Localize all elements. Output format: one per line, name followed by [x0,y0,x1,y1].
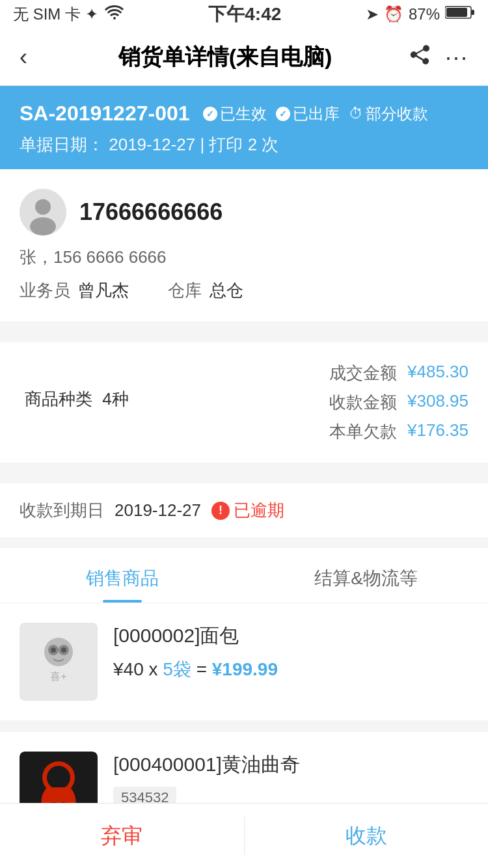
warehouse-meta: 仓库 总仓 [168,279,243,302]
order-id: SA-20191227-001 [20,102,190,126]
header-date-row: 单据日期： 2019-12-27 | 打印 2 次 [20,133,468,156]
battery-text: 87% [409,5,440,23]
date-value: 2019-12-27 [109,135,195,154]
summary-section: 商品种类 4种 成交金额 ¥485.30 收款金额 ¥308.95 本单欠款 ¥… [0,342,488,463]
date-label: 单据日期： [20,135,104,154]
product-name-2: [000400001]黄油曲奇 [113,752,468,778]
sales-label: 业务员 [20,279,70,302]
debt-label: 本单欠款 [329,420,397,443]
status-shipped-label: 已出库 [293,103,340,124]
debt-row: 本单欠款 ¥176.35 [329,420,468,443]
overdue-dot-icon: ! [211,502,230,520]
product-qty-1: 5袋 [163,659,191,679]
product-item: 喜+ [0000002]面包 ¥40 x 5袋 = ¥199.99 [0,603,488,720]
received-value: ¥308.95 [407,391,468,414]
status-shipped: 已出库 [276,103,340,124]
summary-left: 商品种类 4种 [20,362,129,443]
status-bar-left: 无 SIM 卡 ✦ [13,4,124,25]
summary-right: 成交金额 ¥485.30 收款金额 ¥308.95 本单欠款 ¥176.35 [329,362,468,443]
status-partial-payment: ⏱ 部分收款 [349,103,428,124]
no-sim-text: 无 SIM 卡 ✦ [13,4,98,25]
svg-point-10 [51,647,56,653]
warehouse-label: 仓库 [168,279,202,302]
tabs: 销售商品 结算&物流等 [0,548,488,603]
due-date-label: 收款到期日 [20,499,104,522]
product-info-1: [0000002]面包 ¥40 x 5袋 = ¥199.99 [113,623,468,682]
svg-point-5 [30,217,56,236]
product-price-row-1: ¥40 x 5袋 = ¥199.99 [113,657,468,682]
customer-name-phone: 张，156 6666 6666 [20,246,468,269]
due-date-value: 2019-12-27 [115,500,201,521]
nav-actions: ··· [410,44,468,71]
due-date-section: 收款到期日 2019-12-27 ! 已逾期 [0,483,488,537]
svg-text:喜+: 喜+ [50,671,66,682]
collect-button[interactable]: 收款 [245,804,489,868]
share-icon[interactable] [410,45,429,69]
svg-rect-1 [471,10,474,15]
header-row1: SA-20191227-001 已生效 已出库 ⏱ 部分收款 [20,102,468,126]
customer-row: 17666666666 [20,189,468,236]
category-value: 4种 [102,389,128,409]
status-effective-label: 已生效 [220,103,267,124]
svg-rect-2 [446,8,467,17]
amount-row: 成交金额 ¥485.30 [329,362,468,385]
check-icon-2 [276,107,290,121]
tab-products[interactable]: 销售商品 [0,548,244,603]
status-badges: 已生效 已出库 ⏱ 部分收款 [203,103,428,124]
status-bar-time: 下午4:42 [208,2,281,27]
nav-bar: ‹ 销货单详情(来自电脑) ··· [0,29,488,86]
overdue-text: 已逾期 [234,499,284,522]
status-partial-label: 部分收款 [366,103,428,124]
product-image-1: 喜+ [20,623,98,701]
customer-phone: 17666666666 [79,198,223,226]
svg-point-15 [47,766,70,789]
svg-point-11 [61,647,66,653]
check-icon-1 [203,107,217,121]
sales-value: 曾凡杰 [78,279,129,302]
bottom-toolbar: 弃审 收款 [0,803,488,868]
status-bar-right: ➤ ⏰ 87% [366,5,475,23]
status-bar: 无 SIM 卡 ✦ 下午4:42 ➤ ⏰ 87% [0,0,488,29]
warehouse-value: 总仓 [210,279,243,302]
page-title: 销货单详情(来自电脑) [40,42,410,72]
alarm-icon: ⏰ [384,5,403,23]
wifi-icon [105,5,124,23]
category-label: 商品种类 [25,389,92,409]
received-label: 收款金额 [329,391,397,414]
sales-meta: 业务员 曾凡杰 [20,279,129,302]
tabs-section: 销售商品 结算&物流等 [0,548,488,603]
back-button[interactable]: ‹ [20,37,40,77]
status-effective: 已生效 [203,103,267,124]
received-row: 收款金额 ¥308.95 [329,391,468,414]
debt-value: ¥176.35 [407,420,468,443]
separator-2 [0,473,488,483]
header-bar: SA-20191227-001 已生效 已出库 ⏱ 部分收款 单据日期： 201… [0,86,488,169]
overdue-badge: ! 已逾期 [211,499,284,522]
category-row: 商品种类 4种 [20,388,129,411]
tab-settlement[interactable]: 结算&物流等 [244,548,488,603]
clock-icon: ⏱ [349,105,363,122]
avatar [20,189,66,236]
svg-point-4 [35,199,51,215]
more-icon[interactable]: ··· [445,44,468,71]
location-icon: ➤ [366,5,379,23]
customer-section: 17666666666 张，156 6666 6666 业务员 曾凡杰 仓库 总… [0,169,488,321]
product-name-1: [0000002]面包 [113,623,468,649]
battery-icon [445,5,475,23]
product-price-1: ¥40 [113,659,144,679]
amount-value: ¥485.30 [407,362,468,385]
print-info: | 打印 2 次 [200,135,278,154]
customer-meta: 业务员 曾凡杰 仓库 总仓 [20,279,468,302]
reject-button[interactable]: 弃审 [0,804,244,868]
amount-label: 成交金额 [329,362,397,385]
product-total-1: ¥199.99 [212,659,278,679]
separator-1 [0,332,488,342]
